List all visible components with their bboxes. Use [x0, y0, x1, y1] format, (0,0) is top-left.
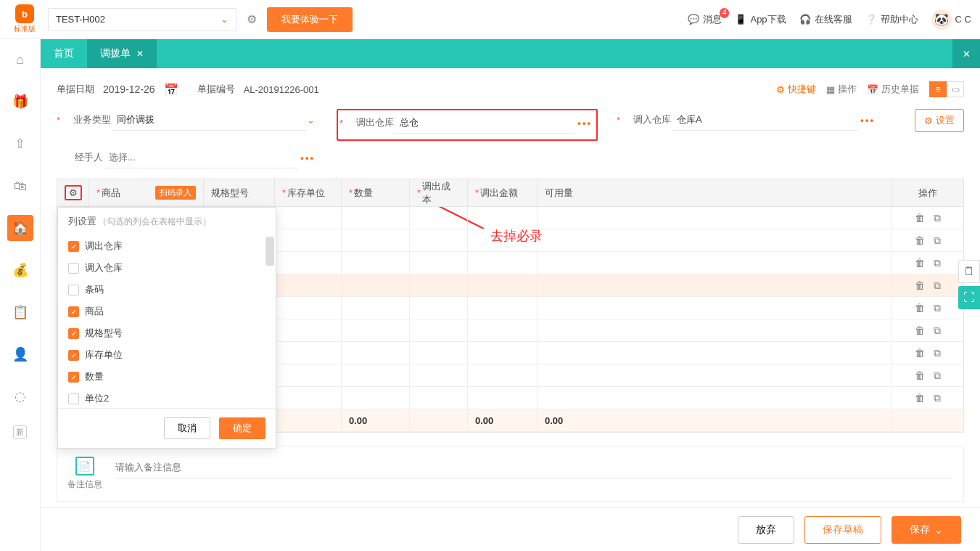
grid: ⚙ *商品扫码录入 规格型号 *库存单位 *数量 *调出成本 *调出金额 可用量… [57, 179, 964, 433]
tab-transfer-order[interactable]: 调拨单 ✕ [87, 39, 157, 68]
nav-new-icon[interactable]: 新 [13, 425, 27, 439]
messages-link[interactable]: 💬 消息 4 [688, 13, 722, 26]
copy-icon[interactable]: ⧉ [934, 370, 941, 382]
message-badge: 4 [720, 8, 730, 18]
column-option[interactable]: ✓调出仓库 [68, 235, 265, 257]
checkbox-icon: ✓ [68, 306, 79, 317]
biztype-input[interactable] [111, 109, 307, 131]
discard-button[interactable]: 放弃 [738, 516, 794, 544]
user-menu[interactable]: 🐼 C C [931, 9, 971, 30]
copy-icon[interactable]: ⧉ [934, 234, 941, 247]
nav-warehouse-icon[interactable]: 🏠 [7, 215, 33, 241]
tab-home[interactable]: 首页 [41, 39, 87, 68]
nav-bag-icon[interactable]: 🛍 [7, 173, 33, 199]
in-warehouse-input[interactable] [671, 109, 857, 131]
delete-icon[interactable]: 🗑 [915, 234, 925, 246]
delete-icon[interactable]: 🗑 [915, 279, 925, 291]
copy-icon[interactable]: ⧉ [934, 279, 941, 292]
logo: b 标准版 [9, 4, 41, 34]
delete-icon[interactable]: 🗑 [915, 302, 925, 314]
view-card-button[interactable]: ▭ [947, 81, 964, 97]
scrollbar-thumb[interactable] [265, 237, 274, 266]
nav-clipboard-icon[interactable]: 📋 [7, 299, 33, 325]
copy-icon[interactable]: ⧉ [934, 392, 941, 404]
more-icon[interactable]: ••• [297, 152, 318, 163]
remarks-icon-block: 📄 备注信息 [67, 457, 102, 491]
column-option[interactable]: ✓规格型号 [68, 322, 265, 344]
delete-icon[interactable]: 🗑 [915, 370, 925, 381]
operations-link[interactable]: ▦操作 [826, 83, 857, 96]
nav-money-icon[interactable]: 💰 [7, 257, 33, 283]
headset-icon: 🎧 [799, 14, 811, 25]
column-option[interactable]: 单位2 [68, 388, 265, 408]
sidebar: ⌂ 🎁 ⇧ 🛍 🏠 💰 📋 👤 ◌ 新 [0, 39, 41, 551]
grid-header: ⚙ *商品扫码录入 规格型号 *库存单位 *数量 *调出成本 *调出金额 可用量… [57, 179, 963, 207]
handler-input[interactable] [103, 147, 297, 168]
column-list: ✓调出仓库调入仓库条码✓商品✓规格型号✓库存单位✓数量单位2 [58, 235, 276, 408]
delete-icon[interactable]: 🗑 [915, 392, 925, 404]
col-avail: 可用量 [538, 179, 892, 206]
more-icon[interactable]: ••• [575, 118, 595, 128]
save-draft-button[interactable]: 保存草稿 [804, 516, 881, 544]
date-value[interactable]: 2019-12-26 [103, 83, 155, 95]
nav-loading-icon[interactable]: ◌ [7, 383, 33, 409]
copy-icon[interactable]: ⧉ [934, 257, 941, 269]
nav-home-icon[interactable]: ⌂ [7, 46, 33, 73]
customer-service-link[interactable]: 🎧 在线客服 [799, 13, 852, 26]
copy-icon[interactable]: ⧉ [934, 325, 941, 337]
column-settings-popup: 列设置（勾选的列会在表格中显示） ✓调出仓库调入仓库条码✓商品✓规格型号✓库存单… [57, 207, 276, 449]
float-note-button[interactable]: 🗒 [958, 260, 980, 283]
copy-icon[interactable]: ⧉ [934, 212, 941, 224]
delete-icon[interactable]: 🗑 [915, 212, 925, 224]
tabs-close-all[interactable]: ✕ [952, 39, 980, 68]
total-amt: 0.00 [538, 409, 892, 431]
nav-output-icon[interactable]: ⇧ [7, 131, 33, 157]
float-expand-button[interactable]: ⛶ [958, 286, 980, 309]
out-warehouse-field: * 调出仓库 ••• [337, 109, 598, 141]
nav-gift-icon[interactable]: 🎁 [7, 89, 33, 115]
top-header: b 标准版 TEST-H002 ⌄ ⚙ 我要体验一下 💬 消息 4 📱 App下… [0, 0, 980, 39]
gear-icon: ⚙ [924, 115, 933, 126]
calendar-icon[interactable]: 📅 [164, 83, 178, 97]
cancel-button[interactable]: 取消 [164, 417, 210, 439]
scan-button[interactable]: 扫码录入 [155, 186, 196, 200]
trial-button[interactable]: 我要体验一下 [267, 7, 353, 32]
checkbox-icon: ✓ [68, 328, 79, 339]
org-select[interactable]: TEST-H002 ⌄ [48, 8, 236, 31]
copy-icon[interactable]: ⧉ [934, 302, 941, 314]
close-icon[interactable]: ✕ [136, 49, 144, 59]
app-download-link[interactable]: 📱 App下载 [735, 13, 786, 26]
more-icon[interactable]: ••• [857, 115, 878, 126]
column-option[interactable]: 调入仓库 [68, 257, 265, 279]
ok-button[interactable]: 确定 [219, 417, 265, 439]
delete-icon[interactable]: 🗑 [915, 347, 925, 359]
content: 单据日期 2019-12-26 📅 单据编号 AL-20191226-001 ⚙… [41, 68, 980, 551]
shortcut-link[interactable]: ⚙快捷键 [776, 83, 816, 96]
copy-icon[interactable]: ⧉ [934, 347, 941, 359]
remarks-input[interactable] [115, 457, 953, 478]
form-row-2: 经手人 ••• [57, 147, 964, 168]
delete-icon[interactable]: 🗑 [915, 325, 925, 336]
chevron-down-icon[interactable]: ⌄ [307, 115, 318, 126]
column-option[interactable]: ✓库存单位 [68, 344, 265, 366]
out-warehouse-input[interactable] [394, 112, 575, 134]
save-button[interactable]: 保存⌄ [892, 516, 961, 544]
gear-icon[interactable]: ⚙ [247, 12, 257, 26]
delete-icon[interactable]: 🗑 [915, 257, 925, 269]
docno-value: AL-20191226-001 [244, 84, 319, 95]
column-option[interactable]: 条码 [68, 279, 265, 301]
phone-icon: 📱 [735, 14, 746, 25]
column-option[interactable]: ✓商品 [68, 301, 265, 322]
docno-label: 单据编号 [197, 83, 235, 96]
col-settings-button[interactable]: ⚙ [57, 179, 89, 206]
nav-contact-icon[interactable]: 👤 [7, 341, 33, 367]
column-option[interactable]: ✓数量 [68, 366, 265, 388]
message-icon: 💬 [688, 14, 699, 25]
col-amt: *调出金额 [468, 179, 538, 206]
history-link[interactable]: 📅历史单据 [867, 83, 919, 96]
calendar-icon: 📅 [867, 84, 878, 95]
view-list-button[interactable]: ≡ [929, 81, 947, 97]
settings-button[interactable]: ⚙设置 [915, 109, 964, 132]
help-center-link[interactable]: ❔ 帮助中心 [865, 13, 918, 26]
total-cost: 0.00 [468, 409, 538, 431]
